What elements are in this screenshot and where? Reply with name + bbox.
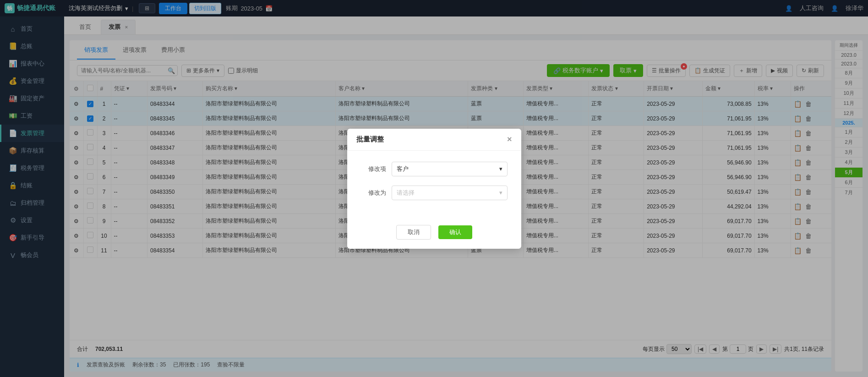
- batch-adjust-modal: 批量调整 × 修改项 客户 ▾ 修改为 请选择 ▾ 取消 确认: [347, 129, 521, 249]
- modal-overlay: 批量调整 × 修改项 客户 ▾ 修改为 请选择 ▾ 取消 确认: [0, 0, 868, 377]
- change-placeholder: 请选择: [397, 189, 415, 197]
- cancel-btn[interactable]: 取消: [396, 225, 431, 240]
- form-row-change: 修改为 请选择 ▾: [361, 186, 508, 200]
- modal-title: 批量调整: [356, 135, 384, 144]
- modal-close-btn[interactable]: ×: [507, 135, 512, 143]
- field-label: 修改项: [361, 165, 386, 173]
- form-row-field: 修改项 客户 ▾: [361, 162, 508, 176]
- modal-body: 修改项 客户 ▾ 修改为 请选择 ▾: [347, 151, 521, 220]
- change-select[interactable]: 请选择 ▾: [392, 186, 508, 200]
- field-arrow-icon: ▾: [499, 165, 502, 172]
- change-label: 修改为: [361, 189, 386, 197]
- modal-footer: 取消 确认: [347, 220, 521, 249]
- field-select[interactable]: 客户 ▾: [392, 162, 508, 176]
- field-value: 客户: [397, 165, 409, 173]
- change-arrow-icon: ▾: [499, 189, 502, 196]
- confirm-btn[interactable]: 确认: [438, 225, 472, 239]
- modal-header: 批量调整 ×: [347, 129, 521, 151]
